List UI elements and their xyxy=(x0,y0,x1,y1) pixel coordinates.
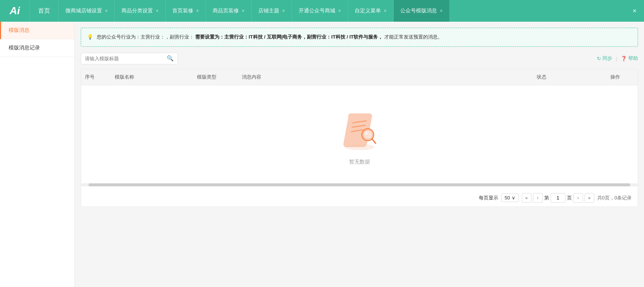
col-status-header: 状态 xyxy=(533,69,593,85)
page-unit: 页 xyxy=(567,195,572,201)
col-name-header: 模版名称 xyxy=(111,69,193,85)
total-info: 共0页，0条记录 xyxy=(597,195,632,201)
col-type-header: 模版类型 xyxy=(193,69,238,85)
close-tab-shop-settings[interactable]: × xyxy=(105,8,108,13)
scrollbar-thumb[interactable] xyxy=(89,183,630,186)
sidebar: 模版消息模版消息记录 xyxy=(0,22,75,287)
last-page-button[interactable]: » xyxy=(585,193,594,203)
page-size-value: 50 xyxy=(505,195,510,201)
page-navigation: « ‹ 第 页 › » xyxy=(522,193,594,203)
nav-tab-shop-theme[interactable]: 店铺主题× xyxy=(252,0,292,22)
col-seq-header: 序号 xyxy=(81,69,111,85)
notice-box: 💡 您的公众号行业为：主营行业：，副营行业： 需要设置为：主营行业：IT科技 /… xyxy=(81,28,638,47)
nav-tab-category-settings[interactable]: 商品分类设置× xyxy=(115,0,166,22)
help-label: 帮助 xyxy=(628,55,638,62)
search-icon[interactable]: 🔍 xyxy=(167,55,174,62)
top-nav: Ai 首页微商城店铺设置×商品分类设置×首页装修×商品页装修×店铺主题×开通公众… xyxy=(0,0,644,22)
chevron-down-icon: ∨ xyxy=(512,195,515,201)
toolbar: 🔍 ↻ 同步 | ❓ 帮助 xyxy=(81,53,638,64)
logo-text: Ai xyxy=(10,5,20,17)
close-tab-category-settings[interactable]: × xyxy=(156,8,158,13)
col-content-header: 消息内容 xyxy=(238,69,533,85)
first-page-button[interactable]: « xyxy=(522,193,531,203)
notice-prefix: 您的公众号行业为：主营行业：，副营行业： xyxy=(97,34,194,40)
help-icon: ❓ xyxy=(621,56,627,61)
prev-page-button[interactable]: ‹ xyxy=(533,193,543,203)
close-tab-custom-menu[interactable]: × xyxy=(384,8,386,13)
svg-point-5 xyxy=(364,131,372,139)
help-button[interactable]: ❓ 帮助 xyxy=(621,55,638,62)
nav-tab-template-msg[interactable]: 公众号模版消息× xyxy=(394,0,450,22)
sync-button[interactable]: ↻ 同步 xyxy=(597,55,612,62)
col-action-header: 操作 xyxy=(593,69,638,85)
table-wrap: 序号 模版名称 模版类型 消息内容 状态 操作 xyxy=(81,69,638,207)
toolbar-divider: | xyxy=(616,56,617,61)
sidebar-item-template-msg[interactable]: 模版消息 xyxy=(0,22,74,39)
close-tab-open-mall[interactable]: × xyxy=(338,8,341,13)
horizontal-scrollbar[interactable] xyxy=(81,183,638,186)
close-tab-home-decor[interactable]: × xyxy=(196,8,199,13)
next-page-button[interactable]: › xyxy=(573,193,583,203)
nav-tab-open-mall[interactable]: 开通公众号商城× xyxy=(292,0,348,22)
empty-illustration xyxy=(337,108,382,153)
close-tab-product-decor[interactable]: × xyxy=(242,8,244,13)
notice-suffix: 才能正常发送预置的消息。 xyxy=(384,34,443,40)
svg-line-6 xyxy=(372,139,376,143)
nav-tab-product-decor[interactable]: 商品页装修× xyxy=(206,0,252,22)
close-tab-shop-theme[interactable]: × xyxy=(282,8,285,13)
bulb-icon: 💡 xyxy=(87,34,93,40)
empty-state: 暂无数据 xyxy=(81,85,638,180)
page-size-label: 每页显示 xyxy=(479,195,498,201)
nav-tab-shop-settings[interactable]: 微商城店铺设置× xyxy=(59,0,115,22)
close-tab-template-msg[interactable]: × xyxy=(440,8,443,13)
pagination: 每页显示 50 ∨ « ‹ 第 页 › » 共0页，0条记录 xyxy=(81,189,638,207)
notice-main: 需要设置为：主营行业：IT科技 / 互联网|电子商务，副营行业：IT科技 / I… xyxy=(195,34,383,40)
table-header: 序号 模版名称 模版类型 消息内容 状态 操作 xyxy=(81,69,638,85)
nav-tab-custom-menu[interactable]: 自定义菜单× xyxy=(348,0,394,22)
search-wrap: 🔍 xyxy=(81,53,178,64)
current-page-input[interactable] xyxy=(551,193,566,203)
sidebar-item-template-msg-log[interactable]: 模版消息记录 xyxy=(0,39,74,57)
sync-label: 同步 xyxy=(603,55,612,62)
layout: 模版消息模版消息记录 💡 您的公众号行业为：主营行业：，副营行业： 需要设置为：… xyxy=(0,22,644,287)
sync-icon: ↻ xyxy=(597,56,601,61)
close-all-button[interactable]: × xyxy=(625,7,644,15)
empty-text: 暂无数据 xyxy=(349,159,370,165)
search-input[interactable] xyxy=(85,53,167,64)
page-size-select[interactable]: 50 ∨ xyxy=(501,193,518,202)
page-prefix: 第 xyxy=(544,195,549,201)
main-content: 💡 您的公众号行业为：主营行业：，副营行业： 需要设置为：主营行业：IT科技 /… xyxy=(75,22,644,287)
nav-tab-home-decor[interactable]: 首页装修× xyxy=(166,0,206,22)
toolbar-right: ↻ 同步 | ❓ 帮助 xyxy=(597,55,638,62)
nav-tab-home[interactable]: 首页 xyxy=(30,0,59,22)
logo-area: Ai xyxy=(0,0,30,22)
svg-point-7 xyxy=(365,132,367,134)
